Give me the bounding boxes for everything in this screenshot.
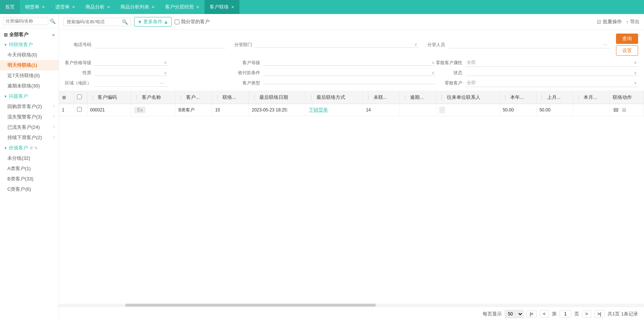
row-index: 1	[59, 104, 74, 116]
col-last-method: ⋮ 最后联络方式	[306, 91, 363, 104]
export-icon: ↑	[626, 19, 629, 25]
search-input[interactable]	[67, 19, 122, 24]
status-select[interactable]: ∨	[465, 70, 638, 76]
filter-row-1: 电话号码 分管部门 ∨ 分管人员 ···	[65, 34, 638, 56]
level-arrow: ∨	[432, 61, 434, 65]
sidebar-item-repurchase-abnormal[interactable]: 回购异常客户(2) ?	[0, 101, 59, 112]
query-btn[interactable]: 查询	[616, 34, 638, 44]
col-resize-icon-cp: ⋮	[439, 94, 444, 100]
close-customer-tier-icon[interactable]: ✕	[196, 5, 199, 10]
sidebar: 🔍 ⊞ 全部客户 « ▼ 待联络客户 今天待联络(0) 明天待联络(1) 近7天…	[0, 14, 59, 321]
settings-btn[interactable]: 设置	[616, 45, 638, 56]
my-customers-checkbox-label[interactable]: 我分管的客户	[175, 18, 210, 25]
sidebar-search-input[interactable]	[3, 17, 48, 25]
sidebar-item-churn-warning[interactable]: 流失预警客户(3) ?	[0, 112, 59, 122]
sidebar-item-lost-customers[interactable]: 已流失客户(24) ?	[0, 122, 59, 132]
close-product-analysis-icon[interactable]: ✕	[107, 5, 110, 10]
sidebar-item-declining-customers[interactable]: 持续下滑客户(2) ?	[0, 132, 59, 143]
sidebar-search-icon[interactable]: 🔍	[50, 18, 56, 24]
batch-op-btn[interactable]: ☑ 批量操作	[597, 18, 622, 25]
next-page-btn[interactable]: >	[582, 310, 591, 318]
value-group-title[interactable]: ▼ 价值客户 ↺ ✎	[0, 143, 59, 153]
help-icon-declining[interactable]: ?	[53, 135, 55, 140]
person-select[interactable]: ···	[448, 41, 612, 48]
close-sales-order-icon[interactable]: ✕	[42, 5, 45, 10]
my-customers-checkbox[interactable]	[175, 20, 179, 24]
row-checkbox[interactable]	[74, 104, 87, 116]
nav-product-analysis[interactable]: 商品分析 ✕	[80, 0, 115, 14]
sidebar-item-overdue-contact[interactable]: 逾期未联络(30)	[0, 81, 59, 91]
content-area: 🔍 ▼ 更多条件 ▲ 我分管的客户 ☑ 批量操作 ↑ 导出	[59, 14, 644, 321]
toolbar-search-icon[interactable]: 🔍	[122, 19, 128, 25]
phone-input[interactable]	[94, 41, 225, 48]
page-suffix: 页	[574, 311, 579, 317]
col-contact-count: ⋮ 联络...	[212, 91, 249, 104]
customer-type-select[interactable]	[263, 82, 436, 84]
sidebar-item-a-class[interactable]: A类客户(1)	[0, 163, 59, 174]
col-settings[interactable]: ⚙	[59, 91, 74, 104]
sidebar-collapse-btn[interactable]: «	[52, 32, 55, 38]
all-customers-header: ⊞ 全部客户 «	[0, 28, 59, 39]
pending-group-title[interactable]: ▼ 待联络客户	[0, 39, 59, 50]
area-more-btn[interactable]: ···	[157, 80, 167, 86]
status-arrow: ∨	[634, 71, 637, 75]
row-contact-count: 15	[212, 104, 249, 116]
nav-customer-contact[interactable]: 客户联络 ✕	[204, 0, 239, 14]
row-actions: ☎ ⊞	[610, 104, 644, 116]
close-customer-contact-icon[interactable]: ✕	[231, 5, 234, 10]
area-select[interactable]: ···	[94, 80, 168, 87]
level-select[interactable]: ∨	[263, 60, 436, 66]
more-action-icon[interactable]: ⊞	[622, 107, 626, 113]
last-method-link[interactable]: 下销货单	[309, 107, 328, 113]
page-num-input[interactable]	[560, 310, 571, 318]
nav-sales-order[interactable]: 销货单 ✕	[20, 0, 50, 14]
col-resize-icon-name: ⋮	[134, 94, 139, 100]
table-header-row: ⚙ ⋮ 客户编码 ⋮ 客户名称	[59, 91, 644, 104]
sidebar-item-7days-contact[interactable]: 近7天待联络(0)	[0, 70, 59, 81]
horizontal-scrollbar[interactable]	[59, 304, 644, 307]
sidebar-search-area: 🔍	[0, 14, 59, 28]
value-group-refresh-icon[interactable]: ↺	[29, 146, 33, 151]
nav-customer-tier[interactable]: 客户分层经营 ✕	[160, 0, 204, 14]
nav-home[interactable]: 首页	[0, 0, 20, 14]
help-icon-repurchase[interactable]: ?	[53, 104, 55, 109]
row-last-method[interactable]: 下销货单	[306, 104, 363, 116]
col-checkbox[interactable]	[74, 91, 87, 104]
nav-product-analysis-list[interactable]: 商品分析列表 ✕	[115, 0, 160, 14]
dept-dropdown-arrow: ∨	[414, 42, 417, 46]
help-icon-lost[interactable]: ?	[53, 125, 55, 130]
close-product-analysis-list-icon[interactable]: ✕	[151, 5, 155, 10]
row-select-checkbox[interactable]	[77, 107, 82, 112]
payment-select[interactable]: ∨	[263, 70, 436, 76]
retail-attr-select[interactable]: 全部 ∨	[465, 59, 638, 67]
phone-action-icon[interactable]: ☎	[613, 107, 619, 113]
sidebar-item-today-contact[interactable]: 今天待联络(0)	[0, 50, 59, 60]
gender-select[interactable]: ∨	[94, 70, 168, 76]
more-conditions-btn[interactable]: ▼ 更多条件 ▲	[134, 17, 172, 27]
per-page-select[interactable]: 50 100	[505, 310, 524, 318]
prev-page-btn[interactable]: <	[540, 310, 549, 318]
sidebar-item-c-class[interactable]: C类客户(6)	[0, 184, 59, 194]
problem-group-title[interactable]: ▼ 问题客户	[0, 91, 59, 101]
first-page-btn[interactable]: |<	[526, 310, 537, 318]
toolbar: 🔍 ▼ 更多条件 ▲ 我分管的客户 ☑ 批量操作 ↑ 导出	[59, 14, 644, 30]
settings-col-icon[interactable]: ⚙	[62, 95, 66, 100]
col-resize-icon-lm: ⋮	[539, 94, 544, 100]
person-more-btn[interactable]: ···	[601, 42, 610, 47]
sidebar-item-ungrouped[interactable]: 未分组(32)	[0, 153, 59, 163]
row-this-month	[573, 104, 610, 116]
scrollbar-thumb[interactable]	[125, 304, 376, 307]
sidebar-item-b-class[interactable]: B类客户(33)	[0, 174, 59, 184]
dept-select[interactable]: ∨	[255, 42, 419, 48]
sidebar-item-tomorrow-contact[interactable]: 明天待联络(1)	[0, 60, 59, 70]
export-btn[interactable]: ↑ 导出	[626, 18, 640, 25]
close-purchase-order-icon[interactable]: ✕	[72, 5, 75, 10]
nav-purchase-order[interactable]: 进货单 ✕	[50, 0, 80, 14]
select-all-checkbox[interactable]	[77, 94, 82, 99]
value-group-edit-icon[interactable]: ✎	[34, 146, 38, 151]
filter-icon: ▼	[137, 19, 142, 25]
retail-customer-select[interactable]: 全部 ∨	[465, 79, 638, 87]
price-grade-select[interactable]: ∨	[94, 60, 168, 66]
help-icon-churn[interactable]: ?	[53, 115, 55, 119]
last-page-btn[interactable]: >|	[594, 310, 605, 318]
